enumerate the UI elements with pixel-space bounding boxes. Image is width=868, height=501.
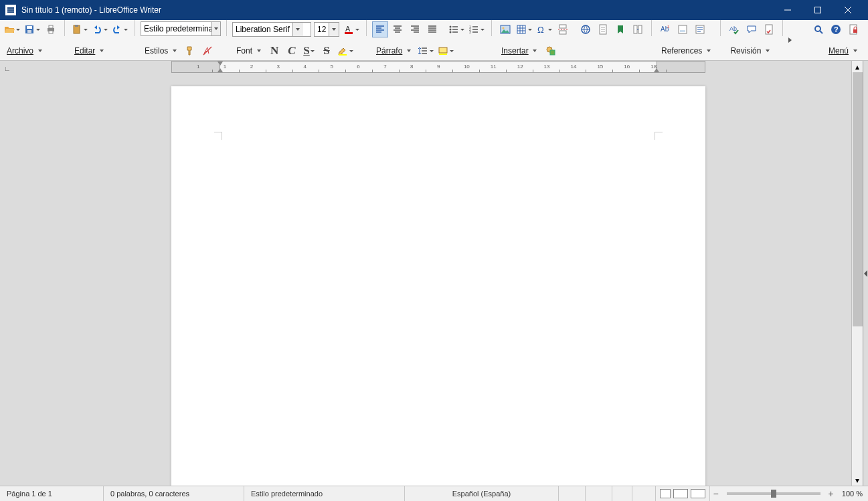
menu-menu[interactable]: Menú [824,43,861,59]
single-page-view-icon[interactable] [660,489,671,498]
references-menu[interactable]: References [657,43,715,59]
sidepanel-handle[interactable] [863,61,868,486]
svg-rect-6 [27,30,31,33]
svg-point-44 [815,26,820,31]
find-button[interactable] [810,21,827,37]
insert-bookmark-button[interactable] [612,21,628,37]
minimize-button[interactable] [772,0,802,20]
svg-rect-49 [853,29,857,33]
svg-point-26 [503,27,505,29]
align-justify-button[interactable] [424,21,440,37]
svg-text:?: ? [834,25,839,33]
multi-page-view-icon[interactable] [673,489,688,498]
svg-rect-24 [439,54,447,55]
paragraph-bgcolor-button[interactable] [436,43,455,59]
status-wordcount[interactable]: 0 palabras, 0 caracteres [104,486,244,501]
status-selmode[interactable] [586,486,612,501]
endnote-button[interactable] [675,21,691,37]
horizontal-ruler[interactable]: 11234567891011121314151618 [171,61,705,73]
scroll-thumb[interactable] [853,72,863,326]
trackchanges-button[interactable] [761,21,777,37]
svg-rect-5 [27,26,32,29]
zoom-out-button[interactable]: − [710,488,721,499]
view-layout-buttons[interactable] [656,486,710,501]
clone-formatting-button[interactable] [182,43,198,59]
estilos-menu[interactable]: Estilos [141,43,181,59]
bullet-list-button[interactable] [447,21,466,37]
book-view-icon[interactable] [691,489,705,498]
revision-menu[interactable]: Revisión [726,43,774,59]
insert-pagebreak-button[interactable] [555,21,571,37]
svg-text:3: 3 [469,30,471,34]
align-left-button[interactable] [372,21,388,37]
comment-button[interactable] [744,21,760,37]
svg-rect-9 [49,31,53,33]
document-area[interactable]: 11234567891011121314151618 [13,61,851,486]
font-menu[interactable]: Font [232,43,265,59]
font-size-combo[interactable]: 12 [314,22,339,37]
zoom-in-button[interactable]: + [826,488,837,499]
spellcheck-button[interactable]: Ab [726,21,742,37]
save-button[interactable] [23,21,41,37]
font-name-combo[interactable]: Liberation Serif [232,22,311,37]
toolbar-expand-button[interactable] [786,20,794,60]
redo-button[interactable] [110,21,129,37]
insert-symbol-button[interactable]: Ω [535,21,553,37]
status-signature[interactable] [612,486,632,501]
margin-mark-tl [214,132,222,140]
highlight-button[interactable] [336,43,355,59]
svg-rect-33 [634,25,637,33]
editar-menu[interactable]: Editar [70,43,108,59]
font-color-button[interactable]: A [342,21,361,37]
align-right-button[interactable] [407,21,423,37]
insert-field-button[interactable] [595,21,611,37]
vertical-scrollbar[interactable]: ▴ ▾ [851,61,863,486]
insert-table-button[interactable] [515,21,533,37]
statusbar: Página 1 de 1 0 palabras, 0 caracteres E… [0,486,868,501]
margin-mark-tr [655,132,663,140]
footnote-button[interactable]: Ab1 [657,21,673,37]
svg-text:A: A [345,25,351,33]
svg-rect-39 [679,25,687,33]
zoom-percent[interactable]: 100 % [837,486,868,501]
help-button[interactable]: ? [828,21,844,37]
undo-button[interactable] [90,21,109,37]
svg-rect-1 [814,7,820,13]
clear-formatting-button[interactable]: A [199,43,215,59]
number-list-button[interactable]: 123 [467,21,486,37]
readonly-button[interactable] [845,21,861,37]
italic-button[interactable]: C [284,43,300,59]
open-button[interactable] [3,21,21,37]
svg-rect-15 [345,32,353,34]
svg-rect-29 [559,25,566,28]
status-page[interactable]: Página 1 de 1 [0,486,104,501]
insert-image-button[interactable] [497,21,513,37]
maximize-button[interactable] [802,0,833,20]
align-center-button[interactable] [389,21,406,37]
svg-rect-11 [75,25,78,27]
zoom-slider[interactable] [727,492,820,495]
close-button[interactable] [833,0,863,20]
underline-button[interactable]: S [301,43,317,59]
insertar-menu[interactable]: Insertar [497,43,541,59]
insert-hyperlink-button[interactable] [578,21,594,37]
scroll-down-button[interactable]: ▾ [852,474,863,486]
print-button[interactable] [43,21,59,37]
svg-point-19 [450,31,452,33]
status-insertmode[interactable] [559,486,586,501]
archivo-menu[interactable]: Archivo [3,43,46,59]
insert-crossref-button[interactable] [630,21,646,37]
scroll-up-button[interactable]: ▴ [852,61,863,72]
page[interactable] [171,86,705,486]
svg-rect-8 [49,25,53,28]
status-language[interactable]: Español (España) [405,486,559,501]
parrafo-menu[interactable]: Párrafo [372,43,415,59]
style-combo[interactable]: Estilo predeterminado [141,21,221,36]
index-button[interactable] [692,21,708,37]
paste-button[interactable] [70,21,89,37]
bold-button[interactable]: N [266,43,282,59]
status-style[interactable]: Estilo predeterminado [244,486,405,501]
insert-drawfunctions-button[interactable] [543,43,559,59]
line-spacing-button[interactable] [416,43,435,59]
strikethrough-button[interactable]: S [319,43,335,59]
